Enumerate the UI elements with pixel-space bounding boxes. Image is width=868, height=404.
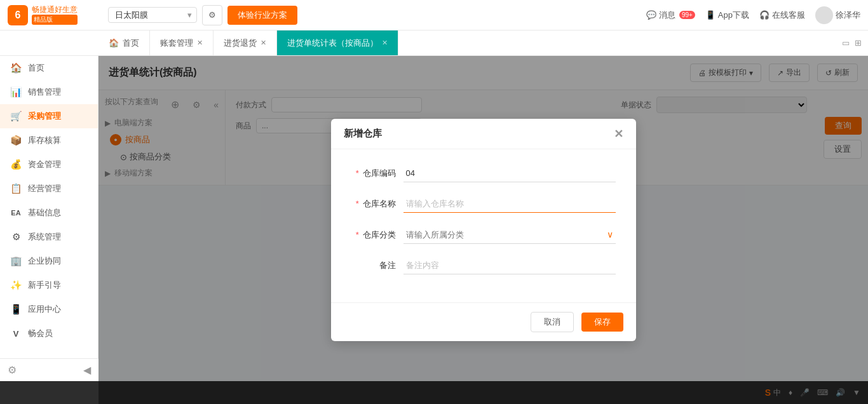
- sidebar-item-purchase[interactable]: 🛒 采购管理: [0, 104, 98, 128]
- sidebar-item-guide[interactable]: ✨ 新手引导: [0, 273, 98, 297]
- tab-minimize-icon[interactable]: ▭: [842, 38, 850, 48]
- logo-text-main: 畅捷通好生意: [32, 5, 78, 15]
- messages-button[interactable]: 💬 消息 99+: [646, 10, 695, 21]
- sidebar-item-finance[interactable]: 💰 资金管理: [0, 152, 98, 177]
- guide-icon: ✨: [10, 279, 22, 291]
- form-row-code: * 仓库编码: [351, 165, 616, 182]
- message-icon: 💬: [646, 10, 656, 20]
- sidebar-collapse-icon[interactable]: ◀: [83, 364, 91, 376]
- member-icon: V: [10, 328, 22, 339]
- save-button[interactable]: 保存: [581, 313, 623, 332]
- basics-icon: EA: [10, 207, 22, 219]
- settings-button[interactable]: ⚙: [202, 5, 222, 25]
- store-search-wrap: 日太阳膜 ▾: [108, 7, 197, 23]
- sidebar-item-operations[interactable]: 📋 经营管理: [0, 177, 98, 201]
- sidebar-item-member[interactable]: V 畅会员: [0, 321, 98, 346]
- modal-header: 新增仓库 ✕: [331, 119, 636, 149]
- home-sidebar-icon: 🏠: [10, 62, 22, 74]
- category-select-wrap[interactable]: ∨: [403, 226, 616, 244]
- category-input[interactable]: [406, 230, 607, 239]
- name-label: * 仓库名称: [351, 198, 396, 210]
- home-icon: 🏠: [109, 38, 119, 48]
- code-label: * 仓库编码: [351, 168, 396, 179]
- note-input[interactable]: [403, 257, 616, 274]
- sidebar-settings-icon[interactable]: ⚙: [8, 364, 17, 376]
- store-select[interactable]: 日太阳膜: [108, 7, 197, 23]
- sidebar-item-sales[interactable]: 📊 销售管理: [0, 80, 98, 104]
- message-badge: 99+: [679, 11, 695, 19]
- sidebar-item-home[interactable]: 🏠 首页: [0, 56, 98, 80]
- tab-bar-actions: ▭ ⊞: [836, 30, 868, 55]
- operations-icon: 📋: [10, 183, 22, 194]
- logo-area: 6 畅捷通好生意 精品版: [8, 5, 103, 25]
- modal-body: * 仓库编码 * 仓库名称 *: [331, 149, 636, 302]
- sidebar-item-basics[interactable]: EA 基础信息: [0, 201, 98, 225]
- form-row-category: * 仓库分类 ∨: [351, 226, 616, 244]
- appcenter-icon: 📱: [10, 304, 22, 315]
- headset-icon: 🎧: [759, 10, 770, 20]
- avatar: [815, 6, 833, 24]
- category-label: * 仓库分类: [351, 229, 396, 241]
- inventory-icon: 📦: [10, 135, 22, 146]
- name-input[interactable]: [403, 195, 616, 213]
- user-profile[interactable]: 徐泽华: [815, 6, 860, 24]
- modal-close-button[interactable]: ✕: [614, 128, 623, 140]
- new-warehouse-modal: 新增仓库 ✕ * 仓库编码 * 仓库名称: [331, 119, 636, 341]
- logo-icon: 6: [8, 5, 28, 25]
- top-right-area: 💬 消息 99+ 📱 App下载 🎧 在线客服 徐泽华: [646, 6, 860, 24]
- finance-icon: 💰: [10, 159, 22, 170]
- tab-accounts-close[interactable]: ✕: [197, 39, 203, 47]
- enterprise-icon: 🏢: [10, 255, 22, 267]
- note-label: 备注: [351, 260, 396, 271]
- system-icon: ⚙: [10, 231, 22, 243]
- tab-purchase-return-close[interactable]: ✕: [261, 39, 266, 47]
- sales-icon: 📊: [10, 86, 22, 98]
- tab-bar: 🏠 首页 账套管理 ✕ 进货退货 ✕ 进货单统计表（按商品） ✕ ▭ ⊞: [0, 30, 868, 56]
- code-input[interactable]: [403, 165, 616, 182]
- cancel-button[interactable]: 取消: [531, 312, 574, 332]
- sidebar-item-appcenter[interactable]: 📱 应用中心: [0, 297, 98, 321]
- top-bar: 6 畅捷通好生意 精品版 日太阳膜 ▾ ⚙ 体验行业方案 💬 消息 99+ 📱 …: [0, 0, 868, 30]
- tab-purchase-stat[interactable]: 进货单统计表（按商品） ✕: [277, 30, 398, 55]
- purchase-icon: 🛒: [10, 111, 22, 122]
- online-service-button[interactable]: 🎧 在线客服: [759, 10, 805, 21]
- tab-home[interactable]: 🏠 首页: [98, 30, 150, 55]
- modal-overlay: 新增仓库 ✕ * 仓库编码 * 仓库名称: [98, 56, 868, 404]
- mobile-icon: 📱: [705, 10, 715, 20]
- tab-purchase-return[interactable]: 进货退货 ✕: [214, 30, 277, 55]
- main-layout: 🏠 首页 📊 销售管理 🛒 采购管理 📦 库存核算 💰 资金管理 📋 经营管理 …: [0, 56, 868, 404]
- sidebar-item-system[interactable]: ⚙ 系统管理: [0, 225, 98, 249]
- trial-button[interactable]: 体验行业方案: [227, 6, 297, 25]
- app-download-button[interactable]: 📱 App下载: [705, 10, 749, 21]
- tab-accounts[interactable]: 账套管理 ✕: [150, 30, 214, 55]
- sidebar-item-inventory[interactable]: 📦 库存核算: [0, 128, 98, 152]
- content-area: 进货单统计(按商品) 🖨 按模板打印 ▾ ↗ 导出 ↺ 刷新: [98, 56, 868, 404]
- form-row-note: 备注: [351, 257, 616, 274]
- sidebar-bottom: ⚙ ◀: [0, 358, 98, 381]
- sidebar-item-enterprise[interactable]: 🏢 企业协同: [0, 249, 98, 273]
- tab-purchase-stat-close[interactable]: ✕: [382, 39, 388, 47]
- form-row-name: * 仓库名称: [351, 195, 616, 213]
- logo-badge: 精品版: [32, 15, 78, 25]
- category-chevron-icon: ∨: [607, 229, 613, 239]
- modal-footer: 取消 保存: [331, 302, 636, 341]
- modal-title: 新增仓库: [344, 128, 382, 140]
- sidebar: 🏠 首页 📊 销售管理 🛒 采购管理 📦 库存核算 💰 资金管理 📋 经营管理 …: [0, 56, 98, 404]
- tab-expand-icon[interactable]: ⊞: [855, 38, 862, 48]
